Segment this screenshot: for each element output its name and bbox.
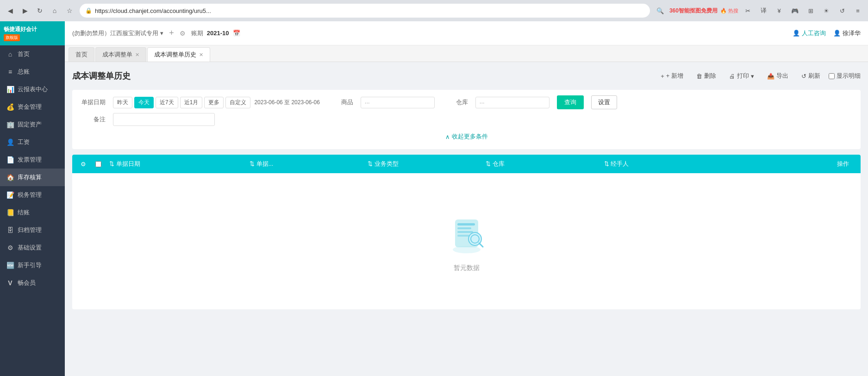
hot-label: 🔥 热搜 (720, 7, 738, 14)
svg-rect-2 (457, 223, 475, 226)
forward-button[interactable]: ▶ (19, 4, 31, 17)
date-btn-1month[interactable]: 近1月 (180, 97, 203, 108)
remark-input[interactable] (113, 113, 215, 126)
show-detail-input[interactable] (829, 73, 835, 79)
print-button[interactable]: 🖨 打印 ▾ (724, 69, 759, 82)
inventory-icon: 🏠 (6, 174, 14, 181)
user-button[interactable]: 👤 徐泽华 (833, 29, 861, 38)
query-button[interactable]: 查询 (557, 95, 584, 109)
sidebar-item-settings-label: 基础设置 (18, 244, 42, 252)
table-container: ⚙ ⇅ 单据日期 ⇅ 单据... ⇅ 业务类型 ⇅ 仓库 (72, 155, 861, 309)
sidebar-item-reports[interactable]: 📊 云报表中心 (0, 81, 65, 98)
date-btn-custom[interactable]: 自定义 (225, 97, 250, 108)
sidebar-item-guide-label: 新手引导 (18, 261, 42, 269)
tab-cost-adjust-history-close[interactable]: ✕ (199, 52, 203, 58)
tab-cost-adjust[interactable]: 成本调整单 ✕ (95, 47, 146, 62)
sidebar-item-funds[interactable]: 💰 资金管理 (0, 98, 65, 116)
translate-btn[interactable]: 译 (757, 4, 770, 17)
sidebar-item-ledger[interactable]: ≡ 总账 (0, 63, 65, 81)
show-detail-label: 显示明细 (837, 72, 861, 80)
sidebar-item-tax[interactable]: 📝 税务管理 (0, 186, 65, 204)
game-btn[interactable]: 🎮 (788, 4, 801, 17)
scissors-btn[interactable]: ✂ (741, 4, 754, 17)
page-title: 成本调整单历史 (72, 70, 131, 81)
svg-rect-4 (457, 231, 473, 233)
salary-icon: 👤 (6, 138, 14, 146)
sidebar-item-home[interactable]: ⌂ 首页 (0, 45, 65, 63)
th-date[interactable]: ⇅ 单据日期 (106, 160, 246, 168)
refresh-button[interactable]: ↻ (33, 4, 46, 17)
grid-btn[interactable]: ⊞ (804, 4, 817, 17)
archive-icon: 🗄 (6, 226, 14, 234)
th-person-label: ⇅ 经手人 (604, 160, 629, 168)
guide-icon: 🆕 (6, 262, 14, 269)
th-type[interactable]: ⇅ 业务类型 (364, 160, 482, 168)
star-button[interactable]: ☆ (63, 4, 76, 17)
date-btn-more[interactable]: 更多 (204, 97, 224, 108)
sidebar-item-closing[interactable]: 📒 结账 (0, 204, 65, 221)
date-btn-yesterday[interactable]: 昨天 (113, 97, 132, 108)
app-container: 畅捷通好会计 旗舰版 ⌂ 首页 ≡ 总账 📊 云报表中心 💰 资金管理 🏢 (0, 21, 868, 376)
sidebar-item-tax-label: 税务管理 (18, 191, 42, 199)
sidebar-item-invoice[interactable]: 📄 发票管理 (0, 151, 65, 169)
th-warehouse[interactable]: ⇅ 仓库 (482, 160, 600, 168)
sidebar-item-archive[interactable]: 🗄 归档管理 (0, 221, 65, 239)
sidebar-item-inventory[interactable]: 🏠 库存核算 (0, 169, 65, 186)
th-num[interactable]: ⇅ 单据... (246, 160, 364, 168)
company-name: (勿删勿禁用）江西服宝测试专用 (72, 29, 158, 38)
sidebar-item-member-label: 畅会员 (18, 279, 36, 287)
member-icon: V (6, 279, 14, 287)
refresh-button[interactable]: ↺ 刷新 (797, 69, 825, 82)
select-all-checkbox[interactable] (95, 161, 101, 167)
warehouse-selector[interactable]: ··· (475, 97, 550, 108)
wallet-btn[interactable]: ¥ (773, 4, 786, 17)
filter-row-remark: 备注 (80, 113, 853, 126)
sidebar-item-reports-label: 云报表中心 (18, 85, 48, 94)
tab-home-label: 首页 (75, 50, 87, 59)
show-detail-checkbox[interactable]: 显示明细 (829, 72, 861, 80)
settings-top-button[interactable]: ⚙ (180, 30, 186, 37)
sidebar-item-guide[interactable]: 🆕 新手引导 (0, 257, 65, 274)
consult-button[interactable]: 👤 人工咨询 (793, 29, 826, 38)
top-bar-right: 👤 人工咨询 👤 徐泽华 (793, 29, 861, 38)
new-button[interactable]: + + 新增 (656, 69, 688, 82)
brightness-btn[interactable]: ☀ (820, 4, 833, 17)
period-info: 账期 2021-10 📅 (191, 29, 240, 38)
address-bar[interactable]: 🔒 https://cloud.chanjet.com/accounting/u… (80, 4, 650, 18)
setting-button[interactable]: 设置 (591, 95, 617, 109)
collapse-button[interactable]: ∧ 收起更多条件 (80, 130, 853, 144)
date-btn-7days[interactable]: 近7天 (156, 97, 178, 108)
tab-home[interactable]: 首页 (69, 47, 94, 62)
sidebar-item-closing-label: 结账 (18, 208, 30, 217)
funds-icon: 💰 (6, 103, 14, 111)
sidebar-item-assets[interactable]: 🏢 固定资产 (0, 116, 65, 133)
sidebar: 畅捷通好会计 旗舰版 ⌂ 首页 ≡ 总账 📊 云报表中心 💰 资金管理 🏢 (0, 21, 65, 376)
company-selector[interactable]: (勿删勿禁用）江西服宝测试专用 ▾ (72, 29, 163, 38)
sidebar-item-salary[interactable]: 👤 工资 (0, 133, 65, 151)
export-button[interactable]: 📤 导出 (762, 69, 793, 82)
sidebar-item-archive-label: 归档管理 (18, 226, 42, 234)
menu-btn[interactable]: ≡ (851, 4, 864, 17)
delete-button[interactable]: 🗑 删除 (692, 69, 721, 82)
sidebar-item-member[interactable]: V 畅会员 (0, 274, 65, 292)
goods-selector[interactable]: ··· (361, 97, 435, 108)
sidebar-item-salary-label: 工资 (18, 138, 30, 146)
goods-dots: ··· (365, 99, 370, 106)
add-tab-button[interactable]: + (169, 28, 174, 38)
back-button[interactable]: ◀ (4, 4, 17, 17)
date-btn-today[interactable]: 今天 (134, 97, 154, 108)
tab-cost-adjust-history[interactable]: 成本调整单历史 ✕ (147, 47, 210, 62)
tab-cost-adjust-close[interactable]: ✕ (135, 52, 139, 58)
invoice-icon: 📄 (6, 156, 14, 163)
sidebar-item-settings[interactable]: ⚙ 基础设置 (0, 239, 65, 257)
calendar-icon[interactable]: 📅 (233, 30, 240, 37)
table-gear[interactable]: ⚙ (76, 161, 91, 168)
undo-btn[interactable]: ↺ (836, 4, 849, 17)
search-btn[interactable]: 🔍 (654, 4, 667, 17)
th-person[interactable]: ⇅ 经手人 (600, 160, 718, 168)
home-button[interactable]: ⌂ (48, 4, 61, 17)
main-content: (勿删勿禁用）江西服宝测试专用 ▾ + ⚙ 账期 2021-10 📅 👤 人工咨… (65, 21, 868, 376)
table-select-all[interactable] (91, 161, 106, 167)
sidebar-item-ledger-label: 总账 (18, 68, 30, 76)
period-value: 2021-10 (207, 30, 229, 37)
